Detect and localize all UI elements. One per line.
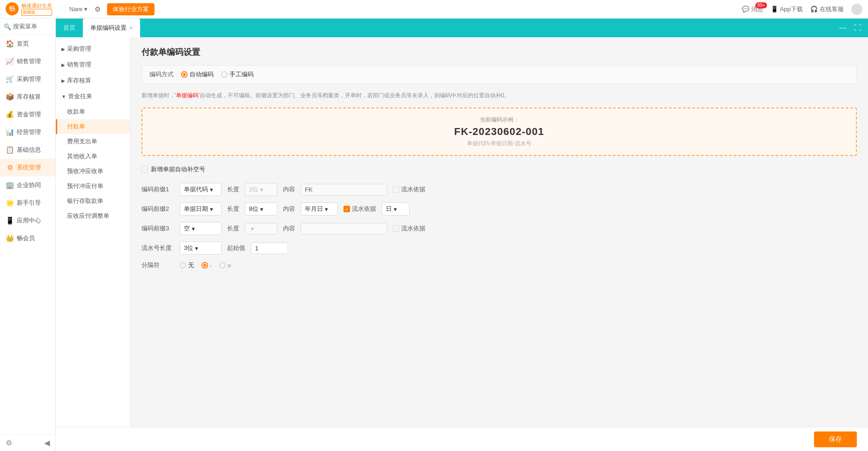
separator-dot-radio[interactable]: · [202,262,212,269]
content3-input[interactable] [301,223,387,235]
tab-bar-actions: — ⛶ [836,21,868,34]
sidebar-item-app-center[interactable]: 📱 应用中心 [0,212,55,229]
sidebar-item-operations-label: 经营管理 [17,128,41,136]
trial-button[interactable]: 体验行业方案 [107,3,155,15]
tab-minimize-button[interactable]: — [836,21,849,34]
tab-encode-setting[interactable]: 单据编码设置 × [83,19,140,37]
prefix3-select[interactable]: 空 ▾ [180,222,222,235]
sidebar-collapse-icon[interactable]: ◀ [44,438,50,447]
content2-chevron-icon: ▾ [325,206,328,213]
sidebar-item-inventory[interactable]: 📦 库存核算 [0,88,55,106]
sidebar-item-system[interactable]: ⚙ 系统管理 [0,159,55,176]
waterflow2-period-select[interactable]: 日 ▾ [382,202,410,215]
separator-circle-circle [219,262,226,269]
waterflow2-checkbox[interactable]: ✓ [343,206,350,212]
tab-home[interactable]: 首页 [56,19,83,37]
sidebar-item-purchase[interactable]: 🛒 采购管理 [0,70,55,88]
submenu-item-expense[interactable]: 费用支出单 [56,134,130,149]
prefix1-select[interactable]: 单据代码 ▾ [180,183,222,196]
submenu-item-payment[interactable]: 付款单 [56,119,130,134]
brand-area: 畅 畅捷通好生意 旗舰版 [6,2,61,16]
sidebar-item-member[interactable]: 👑 畅会员 [0,229,55,247]
message-button[interactable]: 💬 消息 99+ [742,5,763,13]
online-service-icon: 🎧 [810,6,818,13]
tab-encode-setting-label: 单据编码设置 [90,24,127,32]
length2-value: 8位 [249,205,258,213]
serial-length-chevron: ▾ [195,245,198,252]
app-download-button[interactable]: 📱 App下载 [771,5,803,13]
submenu-group-sales-title[interactable]: ▶ 销售管理 [56,57,130,73]
auto-encode-label: 自动编码 [189,70,214,79]
top-settings-icon[interactable]: ⚙ [91,3,103,15]
sidebar-item-operations[interactable]: 📊 经营管理 [0,123,55,141]
submenu-group-inventory: ▶ 库存核算 [56,73,130,88]
length1-select[interactable]: 2位 ▾ [245,183,277,196]
submenu-item-bank-deposit[interactable]: 银行存取款单 [56,194,130,209]
manual-encode-radio[interactable]: 手工编码 [221,70,254,79]
length2-select[interactable]: 8位 ▾ [245,202,277,215]
save-button[interactable]: 保存 [814,431,857,447]
purchase-icon: 🛒 [6,75,14,83]
length2-label: 长度 [227,205,239,213]
prefix3-chevron-icon: ▾ [192,225,195,232]
submenu-item-receivable-adjust[interactable]: 应收应付调整单 [56,209,130,223]
prefix2-select[interactable]: 单据日期 ▾ [180,202,222,215]
separator-circle-radio[interactable]: ○ [219,262,231,269]
submenu-item-receipt[interactable]: 收款单 [56,104,130,119]
tab-maximize-button[interactable]: ⛶ [851,21,864,34]
basic-icon: 📋 [6,146,14,154]
waterflow1-checkbox[interactable] [393,186,399,193]
sidebar-item-guide[interactable]: 🌟 新手引导 [0,194,55,212]
serial-length-select[interactable]: 3位 ▾ [180,242,222,255]
brand-logo: 畅 [6,2,19,15]
auto-fill-checkbox[interactable] [141,166,148,173]
app-download-label: App下载 [780,5,803,13]
waterflow3-checkbox[interactable] [393,225,399,232]
content1-input[interactable] [301,184,387,195]
auto-encode-radio[interactable]: 自动编码 [181,70,214,79]
submenu-item-advance-receipt[interactable]: 预收冲应收单 [56,164,130,179]
app-download-icon: 📱 [771,6,778,13]
avatar[interactable] [851,4,862,15]
encode-method-label: 编码方式 [149,70,174,79]
code-preview-label: 当前编码示例： [154,116,845,124]
sidebar-item-sales-label: 销售管理 [17,57,41,66]
search-icon: 🔍 [4,23,11,30]
sidebar-item-purchase-label: 采购管理 [17,75,41,83]
top-nav-dropdown[interactable]: Nare ▾ [69,6,87,13]
submenu-group-finance-title[interactable]: ▼ 资金往来 [56,88,130,104]
submenu-group-inventory-label: 库存核算 [67,76,91,85]
prefix3-label: 编码前缀3 [141,224,174,233]
brand-tag: 旗舰版 [21,9,52,16]
content2-select[interactable]: 年月日 ▾ [301,202,338,215]
brand-text-area: 畅捷通好生意 旗舰版 [21,2,52,16]
online-service-button[interactable]: 🎧 在线客服 [810,5,844,13]
sidebar-item-home[interactable]: 🏠 首页 [0,35,55,53]
submenu-item-other-income[interactable]: 其他收入单 [56,149,130,164]
start-value-input[interactable] [251,242,288,254]
tab-close-icon[interactable]: × [129,25,133,31]
sidebar-settings-icon[interactable]: ⚙ [6,438,12,447]
bottom-bar: 保存 [56,427,868,451]
sidebar-item-finance[interactable]: 💰 资金管理 [0,106,55,123]
submenu-group-inventory-title[interactable]: ▶ 库存核算 [56,73,130,88]
sidebar-item-enterprise[interactable]: 🏢 企业协同 [0,176,55,194]
tab-content: ▶ 采购管理 ▶ 销售管理 ▶ 库存核算 [56,37,868,427]
submenu-group-purchase-title[interactable]: ▶ 采购管理 [56,41,130,57]
search-menu-button[interactable]: 🔍 搜索菜单 [0,19,55,35]
sidebar-item-system-label: 系统管理 [17,163,41,172]
serial-length-label: 流水号长度 [141,244,174,252]
sidebar-item-basic[interactable]: 📋 基础信息 [0,141,55,159]
sidebar-item-sales[interactable]: 📈 销售管理 [0,53,55,70]
sales-icon: 📈 [6,57,14,66]
submenu: ▶ 采购管理 ▶ 销售管理 ▶ 库存核算 [56,37,130,427]
waterflow1-item: 流水依据 [393,185,425,194]
submenu-item-advance-payment[interactable]: 预付冲应付单 [56,179,130,194]
length3-select[interactable]: ▾ [245,223,277,235]
separator-none-radio[interactable]: 无 [180,261,194,269]
config-row-prefix3: 编码前缀3 空 ▾ 长度 ▾ 内容 流水依据 [141,222,857,235]
top-divider1 [65,6,66,13]
prefix1-chevron-icon: ▾ [210,186,213,193]
system-icon: ⚙ [6,163,14,172]
length2-chevron-icon: ▾ [260,206,263,213]
